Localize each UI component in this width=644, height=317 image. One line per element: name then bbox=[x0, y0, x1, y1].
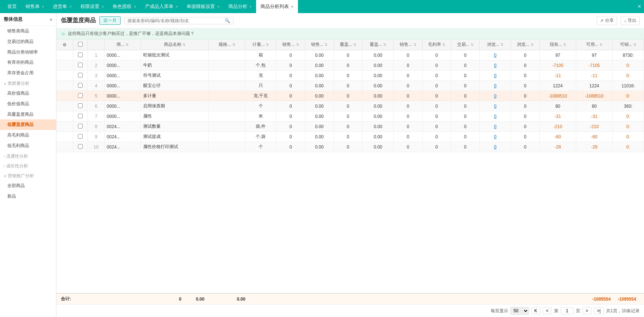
col-settings-header[interactable]: ⚙ bbox=[56, 39, 73, 50]
col-sales-days-header[interactable]: 销售... ⇅ bbox=[394, 39, 423, 50]
sidebar-item-new-products[interactable]: 新品 bbox=[0, 191, 56, 202]
cell-cover-cust: 0 bbox=[334, 81, 362, 91]
col-cover-cust-header[interactable]: 覆盖... ⇅ bbox=[334, 39, 362, 50]
close-product-analysis-icon[interactable]: × bbox=[250, 4, 252, 9]
nav-tab-analysis-list[interactable]: 商品分析列表 × bbox=[256, 0, 298, 13]
sidebar-item-stock-capital[interactable]: 库存资金占用 bbox=[0, 68, 56, 78]
avail2-sort-icon: ⇅ bbox=[633, 43, 636, 47]
next-page-button[interactable]: > bbox=[582, 307, 592, 314]
nav-tab-roles[interactable]: 角色授权 × bbox=[108, 0, 140, 13]
cell-browse1[interactable]: 0 bbox=[480, 91, 511, 101]
col-trans-header[interactable]: 交易... ⇅ bbox=[451, 39, 480, 50]
cell-browse1[interactable]: 0 bbox=[480, 142, 511, 152]
cell-browse1[interactable]: 0 bbox=[480, 132, 511, 142]
sidebar-item-low-margin[interactable]: 低毛利商品 bbox=[0, 140, 56, 151]
col-gross-rate-header[interactable]: 毛利率 ⇅ bbox=[422, 39, 451, 50]
sidebar-item-high-margin[interactable]: 高毛利商品 bbox=[0, 130, 56, 140]
cell-checkbox[interactable] bbox=[73, 81, 88, 91]
nav-tab-purchase[interactable]: 进货单 × bbox=[48, 0, 76, 13]
cell-checkbox[interactable] bbox=[73, 91, 88, 101]
sidebar-item-all-goods[interactable]: 全部商品 bbox=[0, 181, 56, 191]
col-avail-header[interactable]: 可用... ⇅ bbox=[576, 39, 612, 50]
col-browse2-header[interactable]: 浏览... ⇅ bbox=[511, 39, 540, 50]
sidebar-section-cluster-analysis[interactable]: ∨ 类群量分析 bbox=[0, 78, 56, 88]
cell-checkbox[interactable] bbox=[73, 132, 88, 142]
nav-tab-product-analysis[interactable]: 商品分析 × bbox=[224, 0, 256, 13]
sidebar-item-category-rate[interactable]: 商品分类动销率 bbox=[0, 47, 56, 58]
sidebar-item-low-value[interactable]: 低价值商品 bbox=[0, 99, 56, 109]
nav-tab-home[interactable]: 首页 bbox=[3, 0, 21, 13]
cell-checkbox[interactable] bbox=[73, 142, 88, 152]
close-purchase-icon[interactable]: × bbox=[69, 4, 71, 9]
last-page-button[interactable]: >| bbox=[594, 307, 604, 314]
cell-checkbox[interactable] bbox=[73, 122, 88, 132]
footer-avail: -1095554 bbox=[614, 297, 640, 302]
nav-tab-template[interactable]: 单据模板设置 × bbox=[182, 0, 224, 13]
col-spec-header[interactable]: 规格... ⇅ bbox=[209, 39, 245, 50]
col-browse1-header[interactable]: 浏览... ⇅ bbox=[480, 39, 511, 50]
sidebar-item-high-value[interactable]: 高价值商品 bbox=[0, 88, 56, 99]
sidebar-section-circulation[interactable]: › 流通性分析 bbox=[0, 151, 56, 161]
sidebar-item-sales-goods[interactable]: 销售类商品 bbox=[0, 26, 56, 36]
filter-recent-month-button[interactable]: 近一月 bbox=[99, 16, 121, 25]
cell-browse1[interactable]: 0 bbox=[480, 71, 511, 81]
nav-tab-finished-goods[interactable]: 产成品入库单 × bbox=[141, 0, 182, 13]
cell-browse1[interactable]: 0 bbox=[480, 60, 511, 71]
search-icon[interactable]: 🔍 bbox=[225, 18, 230, 23]
col-cover-rate-header[interactable]: 覆盖... ⇅ bbox=[362, 39, 394, 50]
search-input[interactable] bbox=[127, 18, 225, 23]
cell-sales-qty: 0 bbox=[276, 91, 305, 101]
cell-browse1[interactable]: 0 bbox=[480, 50, 511, 60]
cell-checkbox[interactable] bbox=[73, 50, 88, 60]
sidebar-section-marketing[interactable]: ∨ 营销推广分析 bbox=[0, 171, 56, 181]
cell-spec bbox=[209, 81, 245, 91]
prev-page-button[interactable]: < bbox=[543, 307, 552, 314]
cell-browse1[interactable]: 0 bbox=[480, 111, 511, 122]
export-button[interactable]: ↓ 导出 bbox=[621, 16, 640, 25]
col-name-header[interactable]: 商品名称 ⇅ bbox=[141, 39, 209, 50]
close-finished-goods-icon[interactable]: × bbox=[176, 4, 178, 9]
col-sales-amt-header[interactable]: 销售... ⇅ bbox=[305, 39, 334, 50]
search-box[interactable]: 🔍 bbox=[124, 17, 233, 24]
cell-browse1[interactable]: 0 bbox=[480, 122, 511, 132]
nav-tab-sales[interactable]: 销售单 × bbox=[21, 0, 48, 13]
cell-browse1[interactable]: 0 bbox=[480, 101, 511, 111]
cell-checkbox[interactable] bbox=[73, 101, 88, 111]
cell-curr-stock: 80 bbox=[539, 101, 576, 111]
page-size-select[interactable]: 50 20 100 bbox=[510, 307, 529, 315]
sidebar-item-traded-goods[interactable]: 交易过的商品 bbox=[0, 36, 56, 47]
sidebar-item-low-coverage[interactable]: 低覆盖度商品 bbox=[0, 119, 56, 130]
col-code-header[interactable]: 商... ⇅ bbox=[105, 39, 141, 50]
col-curr-stock-header[interactable]: 现有... ⇅ bbox=[539, 39, 576, 50]
close-analysis-list-icon[interactable]: × bbox=[291, 4, 293, 9]
cell-cover-cust: 0 bbox=[334, 132, 362, 142]
cell-checkbox[interactable] bbox=[73, 111, 88, 122]
cell-browse1[interactable]: 0 bbox=[480, 81, 511, 91]
close-all-button[interactable]: × bbox=[638, 3, 641, 10]
cell-trans: 0 bbox=[451, 60, 480, 71]
sidebar-section-growth[interactable]: › 成长性分析 bbox=[0, 161, 56, 171]
cell-unit: 个 bbox=[245, 142, 276, 152]
share-button[interactable]: ↗ 分享 bbox=[597, 16, 617, 25]
close-permissions-icon[interactable]: × bbox=[102, 4, 104, 9]
page-number-input[interactable] bbox=[561, 307, 574, 314]
select-all-checkbox[interactable] bbox=[78, 42, 83, 47]
cell-browse2: 0 bbox=[511, 71, 540, 81]
cell-checkbox[interactable] bbox=[73, 60, 88, 71]
close-sales-icon[interactable]: × bbox=[42, 4, 44, 9]
cell-checkbox[interactable] bbox=[73, 71, 88, 81]
close-template-icon[interactable]: × bbox=[217, 4, 219, 9]
col-sales-qty-header[interactable]: 销售... ⇅ bbox=[276, 39, 305, 50]
first-page-button[interactable]: K bbox=[531, 307, 541, 314]
cell-avail2: 0: bbox=[613, 60, 644, 71]
sidebar-item-high-coverage[interactable]: 高覆盖度商品 bbox=[0, 109, 56, 120]
col-unit-header[interactable]: 计量... ⇅ bbox=[245, 39, 276, 50]
sidebar-collapse-button[interactable]: « bbox=[50, 16, 52, 22]
cell-gross-rate: 0 bbox=[422, 91, 451, 101]
sidebar-item-in-stock-goods[interactable]: 有库存的商品 bbox=[0, 57, 56, 68]
cell-settings bbox=[56, 81, 73, 91]
nav-tab-permissions[interactable]: 权限设置 × bbox=[76, 0, 108, 13]
close-roles-icon[interactable]: × bbox=[134, 4, 136, 9]
col-check-header[interactable] bbox=[73, 39, 88, 50]
col-avail2-header[interactable]: 可销... ⇅ bbox=[613, 39, 644, 50]
